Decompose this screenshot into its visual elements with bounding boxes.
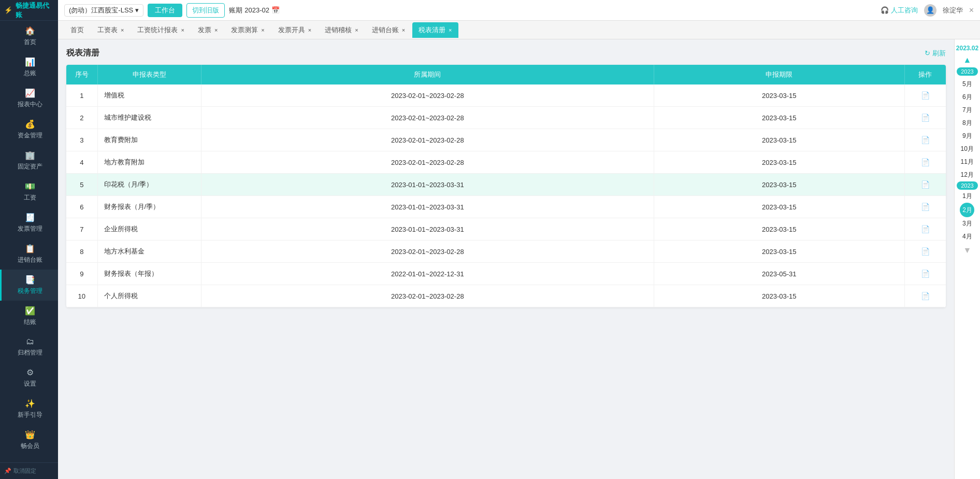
row-deadline-7: 2023-03-15	[654, 241, 904, 263]
month-item-after-2[interactable]: 3月	[957, 217, 977, 230]
tab-close-1[interactable]: ×	[121, 27, 124, 33]
action-icon-8[interactable]: 📄	[919, 267, 931, 280]
month-item-before-2[interactable]: 7月	[957, 104, 977, 117]
sidebar-item-8[interactable]: 📑 税务管理	[0, 270, 58, 301]
table-row: 3 教育费附加 2023-02-01~2023-02-28 2023-03-15…	[66, 129, 946, 151]
row-period-9: 2023-02-01~2023-02-28	[201, 285, 654, 307]
sidebar-label-10: 归档管理	[18, 348, 42, 357]
sidebar-icon-13: 👑	[25, 430, 35, 440]
tab-close-7[interactable]: ×	[402, 27, 405, 33]
tab-2[interactable]: 工资统计报表×	[131, 22, 190, 38]
row-action-7[interactable]: 📄	[904, 241, 946, 263]
month-item-after-1[interactable]: 2月	[960, 203, 974, 217]
main-content: 税表清册 ↻ 刷新 序号申报表类型所属期间申报期限操作 1 增值税 2023-0…	[58, 39, 954, 479]
month-item-before-4[interactable]: 9月	[957, 130, 977, 143]
action-icon-2[interactable]: 📄	[919, 134, 931, 146]
row-type-3: 地方教育附加	[97, 151, 201, 174]
calendar-icon[interactable]: 📅	[271, 6, 280, 14]
sidebar-label-3: 资金管理	[18, 131, 42, 140]
tab-close-6[interactable]: ×	[355, 27, 358, 33]
sidebar-item-13[interactable]: 👑 畅会员	[0, 425, 58, 456]
panel-nav-down[interactable]: ▼	[961, 244, 974, 257]
tab-close-3[interactable]: ×	[214, 27, 218, 33]
tab-1[interactable]: 工资表×	[91, 22, 130, 38]
action-icon-3[interactable]: 📄	[919, 156, 931, 168]
row-type-7: 地方水利基金	[97, 241, 201, 263]
tab-close-5[interactable]: ×	[308, 27, 311, 33]
tab-0[interactable]: 首页	[64, 22, 90, 38]
row-period-8: 2022-01-01~2022-12-31	[201, 263, 654, 285]
refresh-button[interactable]: ↻ 刷新	[925, 49, 946, 58]
unpin-button[interactable]: 📌 取消固定	[0, 462, 58, 479]
tab-8[interactable]: 税表清册×	[412, 22, 458, 38]
tab-close-2[interactable]: ×	[181, 27, 184, 33]
tab-close-4[interactable]: ×	[261, 27, 264, 33]
row-no-4: 5	[66, 174, 97, 196]
switch-old-button[interactable]: 切到旧版	[186, 3, 225, 18]
row-deadline-6: 2023-03-15	[654, 218, 904, 241]
row-type-9: 个人所得税	[97, 285, 201, 307]
sidebar-item-5[interactable]: 💵 工资	[0, 176, 58, 207]
month-item-before-1[interactable]: 6月	[957, 91, 977, 104]
sidebar-item-1[interactable]: 📊 总账	[0, 52, 58, 83]
sidebar-item-6[interactable]: 🧾 发票管理	[0, 207, 58, 238]
tab-label-0: 首页	[70, 25, 84, 35]
tab-6[interactable]: 进销稽核×	[319, 22, 364, 38]
sidebar-item-0[interactable]: 🏠 首页	[0, 21, 58, 52]
row-no-1: 2	[66, 107, 97, 129]
sidebar-item-2[interactable]: 📈 报表中心	[0, 83, 58, 114]
row-action-6[interactable]: 📄	[904, 218, 946, 241]
row-action-8[interactable]: 📄	[904, 263, 946, 285]
sidebar: ⚡ 畅捷通易代账 🏠 首页 📊 总账 📈 报表中心 💰 资金管理 🏢 固定资产 …	[0, 0, 58, 479]
month-item-before-0[interactable]: 5月	[957, 78, 977, 91]
action-icon-6[interactable]: 📄	[919, 223, 931, 235]
sidebar-item-12[interactable]: ✨ 新手引导	[0, 393, 58, 425]
topbar: (勿动）江西股宝-LSS ▾ 工作台 切到旧版 账期 2023-02 📅 🎧 人…	[58, 0, 980, 21]
sidebar-item-10[interactable]: 🗂 归档管理	[0, 332, 58, 362]
table-row: 1 增值税 2023-02-01~2023-02-28 2023-03-15 📄	[66, 84, 946, 107]
row-action-1[interactable]: 📄	[904, 107, 946, 129]
month-item-before-5[interactable]: 10月	[957, 143, 977, 156]
sidebar-label-6: 发票管理	[18, 224, 42, 233]
row-period-2: 2023-02-01~2023-02-28	[201, 129, 654, 151]
tab-4[interactable]: 发票测算×	[225, 22, 270, 38]
action-icon-4[interactable]: 📄	[919, 178, 931, 191]
sidebar-item-4[interactable]: 🏢 固定资产	[0, 145, 58, 176]
sidebar-item-11[interactable]: ⚙ 设置	[0, 362, 58, 393]
workbench-button[interactable]: 工作台	[148, 4, 182, 17]
action-icon-7[interactable]: 📄	[919, 245, 931, 258]
row-action-2[interactable]: 📄	[904, 129, 946, 151]
sidebar-label-5: 工资	[24, 193, 36, 202]
action-icon-0[interactable]: 📄	[919, 89, 931, 102]
panel-nav-up[interactable]: ▲	[961, 54, 974, 66]
tab-label-7: 进销台账	[372, 25, 399, 35]
row-type-1: 城市维护建设税	[97, 107, 201, 129]
month-item-before-6[interactable]: 11月	[957, 156, 977, 168]
tab-3[interactable]: 发票×	[192, 22, 224, 38]
sidebar-icon-7: 📋	[25, 244, 35, 253]
sidebar-item-9[interactable]: ✅ 结账	[0, 301, 58, 332]
month-item-after-3[interactable]: 4月	[957, 230, 977, 243]
row-action-9[interactable]: 📄	[904, 285, 946, 307]
action-icon-5[interactable]: 📄	[919, 201, 931, 213]
row-action-5[interactable]: 📄	[904, 196, 946, 218]
row-period-1: 2023-02-01~2023-02-28	[201, 107, 654, 129]
tab-5[interactable]: 发票开具×	[272, 22, 318, 38]
month-item-before-3[interactable]: 8月	[957, 117, 977, 130]
row-action-3[interactable]: 📄	[904, 151, 946, 174]
action-icon-1[interactable]: 📄	[919, 111, 931, 124]
row-type-6: 企业所得税	[97, 218, 201, 241]
row-action-0[interactable]: 📄	[904, 84, 946, 107]
month-item-before-7[interactable]: 12月	[957, 168, 977, 181]
row-action-4[interactable]: 📄	[904, 174, 946, 196]
tab-close-8[interactable]: ×	[449, 27, 452, 33]
content-wrapper: 税表清册 ↻ 刷新 序号申报表类型所属期间申报期限操作 1 增值税 2023-0…	[58, 39, 980, 479]
action-icon-9[interactable]: 📄	[919, 290, 931, 302]
human-consult-button[interactable]: 🎧 人工咨询	[881, 6, 918, 15]
topbar-close-button[interactable]: ×	[969, 6, 974, 15]
sidebar-item-7[interactable]: 📋 进销台账	[0, 238, 58, 270]
company-selector[interactable]: (勿动）江西股宝-LSS ▾	[64, 4, 143, 17]
sidebar-item-3[interactable]: 💰 资金管理	[0, 114, 58, 145]
month-item-after-0[interactable]: 1月	[957, 190, 977, 203]
tab-7[interactable]: 进销台账×	[366, 22, 411, 38]
